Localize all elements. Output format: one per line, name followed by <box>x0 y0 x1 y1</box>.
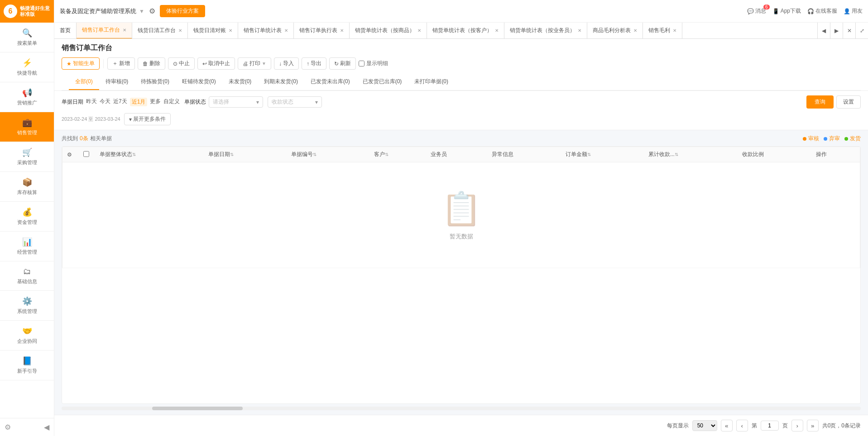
tab-close-btn[interactable]: ✕ <box>123 28 126 33</box>
tab-close-btn[interactable]: ✕ <box>633 28 637 33</box>
page-last-btn[interactable]: » <box>807 420 819 431</box>
user-btn[interactable]: 👤 用友 <box>844 7 863 15</box>
action-btn-弃审[interactable]: 弃审 <box>824 135 840 142</box>
tab-2[interactable]: 钱货日清工作台✕ <box>132 23 188 39</box>
tab-9[interactable]: 商品毛利分析表✕ <box>587 23 643 39</box>
sidebar-item-经营管理[interactable]: 📊经营管理 <box>0 232 54 261</box>
settings-btn[interactable]: 设置 <box>836 95 861 109</box>
tab-maximize-btn[interactable]: ⤢ <box>855 23 868 39</box>
settings-icon[interactable]: ⚙ <box>5 423 11 431</box>
settings-small-icon[interactable]: ⚙ <box>67 152 72 158</box>
sidebar-item-新手引导[interactable]: 📘新手引导 <box>0 351 54 380</box>
tab-close-btn[interactable]: ✕ <box>229 28 232 33</box>
sidebar-item-快捷导航[interactable]: ⚡快捷导航 <box>0 52 54 82</box>
tab-next-btn[interactable]: ▶ <box>830 23 843 39</box>
date-option-近7天[interactable]: 近7天 <box>113 98 127 106</box>
tab-close-btn[interactable]: ✕ <box>578 28 581 33</box>
sort-icon[interactable]: ⇅ <box>675 152 678 157</box>
subtab-2[interactable]: 待拣验货(0) <box>134 74 176 90</box>
display-detail-checkbox[interactable]: 显示明细 <box>359 60 388 67</box>
smart-btn[interactable]: ★ 智能生单 <box>62 57 100 70</box>
tab-7[interactable]: 销货单统计表（按客户）✕ <box>427 23 504 39</box>
scrollbar-thumb[interactable] <box>152 407 243 410</box>
subtab-0[interactable]: 全部(0) <box>69 74 99 90</box>
horizontal-scrollbar[interactable] <box>62 407 861 410</box>
date-option-自定义[interactable]: 自定义 <box>163 98 180 106</box>
sidebar-item-系统管理[interactable]: ⚙️系统管理 <box>0 291 54 321</box>
tab-4[interactable]: 销售订单统计表✕ <box>238 23 294 39</box>
sidebar-item-企业协同[interactable]: 🤝企业协同 <box>0 321 54 351</box>
tab-10[interactable]: 销售毛利✕ <box>643 23 682 39</box>
collapse-icon[interactable]: ◀ <box>44 423 49 431</box>
experience-btn[interactable]: 体验行业方案 <box>160 5 205 17</box>
sidebar-item-营销推广[interactable]: 📢营销推广 <box>0 82 54 112</box>
tab-label: 销售订单工作台 <box>82 26 120 34</box>
action-btn-审核[interactable]: 审核 <box>803 135 819 142</box>
sidebar-item-销售管理[interactable]: 💼销售管理 <box>0 112 54 142</box>
query-btn[interactable]: 查询 <box>806 95 834 109</box>
topbar-dropdown-icon[interactable]: ▼ <box>139 8 144 14</box>
page-input[interactable] <box>761 421 779 431</box>
page-next-btn[interactable]: › <box>791 420 803 431</box>
filter-bar: 单据日期 昨天今天近7天近1月更多自定义 单据状态 请选择 ▾ 收款状态 ▾ <box>54 91 868 130</box>
tab-close-btn[interactable]: ✕ <box>284 28 288 33</box>
subtab-5[interactable]: 到期未发货(0) <box>258 74 304 90</box>
tab-5[interactable]: 销售订单执行表✕ <box>294 23 350 39</box>
cancel-stop-btn[interactable]: ↩ 取消中止 <box>197 57 235 70</box>
date-option-更多[interactable]: 更多 <box>150 98 161 106</box>
tab-prev-btn[interactable]: ◀ <box>817 23 830 39</box>
sort-icon[interactable]: ⇅ <box>132 152 136 157</box>
expand-btn[interactable]: ▾ 展开更多条件 <box>124 113 171 125</box>
message-btn[interactable]: 💬 消息 6 <box>747 7 766 15</box>
gear-icon[interactable]: ⚙ <box>149 7 155 15</box>
app-download-btn[interactable]: 📱 App下载 <box>772 7 801 15</box>
refresh-btn[interactable]: ↻ 刷新 <box>329 57 356 70</box>
subtab-8[interactable]: 未打印单据(0) <box>408 74 455 90</box>
sort-icon[interactable]: ⇅ <box>230 152 234 157</box>
sort-icon[interactable]: ⇅ <box>385 152 388 157</box>
page-first-btn[interactable]: « <box>721 420 733 431</box>
subtab-4[interactable]: 未发货(0) <box>222 74 258 90</box>
display-detail-input[interactable] <box>359 61 364 66</box>
subtab-7[interactable]: 已发货已出库(0) <box>356 74 408 90</box>
tab-3[interactable]: 钱货日清对账✕ <box>188 23 238 39</box>
tab-close-btn[interactable]: ✕ <box>673 28 676 33</box>
tab-close-btn[interactable]: ✕ <box>340 28 344 33</box>
payment-select[interactable]: 收款状态 ▾ <box>268 96 322 108</box>
sidebar-item-采购管理[interactable]: 🛒采购管理 <box>0 142 54 172</box>
export-btn[interactable]: ↑ 导出 <box>302 57 326 70</box>
select-all-checkbox[interactable] <box>83 151 89 157</box>
tab-6[interactable]: 销货单统计表（按商品）✕ <box>350 23 427 39</box>
subtab-3[interactable]: 旺铺待发货(0) <box>176 74 222 90</box>
action-btn-发货[interactable]: 发货 <box>844 135 861 142</box>
status-select[interactable]: 请选择 ▾ <box>209 96 263 108</box>
stop-btn[interactable]: ⊙ 中止 <box>168 57 195 70</box>
date-option-近1月[interactable]: 近1月 <box>130 98 148 106</box>
sidebar-item-库存核算[interactable]: 📦库存核算 <box>0 172 54 202</box>
print-btn[interactable]: 🖨 打印 ▼ <box>238 57 271 70</box>
online-service-btn[interactable]: 🎧 在线客服 <box>807 7 837 15</box>
add-btn[interactable]: ＋ 新增 <box>107 57 135 70</box>
message-badge: 6 <box>763 5 770 9</box>
tab-8[interactable]: 销货单统计表（按业务员）✕ <box>504 23 587 39</box>
page-prev-btn[interactable]: ‹ <box>736 420 748 431</box>
per-page-select[interactable]: 50 100 200 <box>692 420 717 431</box>
sidebar-item-搜索菜单[interactable]: 🔍搜索菜单 <box>0 23 54 52</box>
tab-close-btn[interactable]: ✕ <box>178 28 182 33</box>
subtab-6[interactable]: 已发货未出库(0) <box>304 74 356 90</box>
tab-1[interactable]: 销售订单工作台✕ <box>77 23 132 39</box>
tab-close-all-btn[interactable]: ✕ <box>843 23 855 39</box>
sort-icon[interactable]: ⇅ <box>587 152 591 157</box>
sidebar-item-基础信息[interactable]: 🗂基础信息 <box>0 261 54 291</box>
sidebar-item-资金管理[interactable]: 💰资金管理 <box>0 202 54 232</box>
tab-0[interactable]: 首页 <box>54 23 77 39</box>
sort-icon[interactable]: ⇅ <box>313 152 317 157</box>
import-btn[interactable]: ↓ 导入 <box>274 57 299 70</box>
subtab-1[interactable]: 待审核(0) <box>99 74 135 90</box>
tab-label: 销售订单统计表 <box>244 27 282 34</box>
date-option-今天[interactable]: 今天 <box>100 98 110 106</box>
date-option-昨天[interactable]: 昨天 <box>86 98 97 106</box>
tab-close-btn[interactable]: ✕ <box>417 28 421 33</box>
tab-close-btn[interactable]: ✕ <box>495 28 499 33</box>
delete-btn[interactable]: 🗑 删除 <box>138 57 165 70</box>
